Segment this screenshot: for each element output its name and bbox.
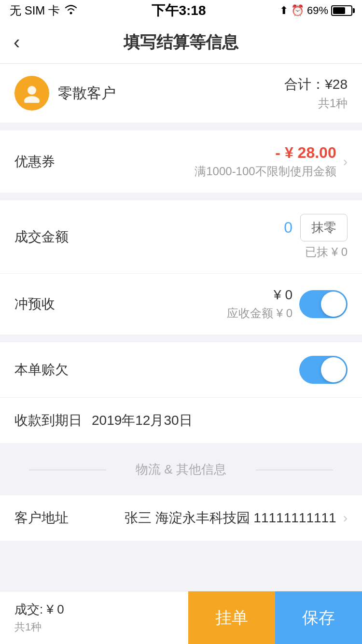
address-chevron-icon: › (343, 510, 348, 526)
save-button[interactable]: 保存 (275, 591, 362, 644)
customer-name: 零散客户 (58, 84, 116, 103)
wifi-icon (64, 4, 78, 17)
coupon-row[interactable]: 优惠券 - ¥ 28.00 满1000-100不限制使用金额 › (0, 130, 362, 193)
divider-1 (0, 123, 362, 130)
page-title: 填写结算等信息 (124, 31, 238, 54)
save-label: 保存 (302, 607, 335, 629)
section-separator-2 (0, 335, 362, 342)
prepay-amount: ¥ 0 应收金额 ¥ 0 (227, 287, 292, 321)
customer-right: 合计：¥28 共1种 (284, 75, 348, 111)
svg-point-1 (28, 86, 36, 95)
avatar (14, 76, 49, 111)
status-time: 下午3:18 (152, 1, 206, 20)
customer-section: 零散客户 合计：¥28 共1种 (0, 64, 362, 123)
battery-icon (331, 5, 352, 16)
location-icon: ⬆ (279, 4, 288, 17)
due-date-row: 收款到期日 2019年12月30日 (0, 398, 362, 444)
amount-row-top: 0 抹零 (284, 214, 348, 241)
status-left: 无 SIM 卡 (10, 3, 78, 18)
due-date-value: 2019年12月30日 (92, 411, 193, 430)
carrier-label: 无 SIM 卡 (10, 3, 60, 18)
transaction-right: 0 抹零 已抹 ¥ 0 (284, 214, 348, 260)
bottom-transaction: 成交: ¥ 0 (14, 601, 174, 618)
bottom-info: 成交: ¥ 0 共1种 (0, 601, 188, 634)
prepay-value: ¥ 0 (227, 287, 292, 303)
address-label: 客户地址 (14, 509, 69, 527)
total-amount: 合计：¥28 (284, 75, 348, 94)
coupon-section: 优惠券 - ¥ 28.00 满1000-100不限制使用金额 › (0, 130, 362, 193)
status-bar: 无 SIM 卡 下午3:18 ⬆ ⏰ 69% (0, 0, 362, 21)
section-separator-4 (0, 488, 362, 495)
debit-toggle[interactable] (299, 356, 348, 384)
bottom-bar: 成交: ¥ 0 共1种 挂单 保存 (0, 591, 362, 644)
back-button[interactable]: ‹ (14, 31, 20, 53)
prepay-sub: 应收金额 ¥ 0 (227, 306, 292, 321)
debit-label: 本单赊欠 (14, 361, 69, 379)
toggle-knob (321, 292, 346, 317)
address-section: 客户地址 张三 海淀永丰科技园 11111111111 › (0, 495, 362, 541)
address-right: 张三 海淀永丰科技园 11111111111 › (125, 509, 348, 527)
logistics-header: 物流 & 其他信息 (0, 451, 362, 488)
prepay-right: ¥ 0 应收金额 ¥ 0 (227, 287, 348, 321)
transaction-value: 0 (284, 219, 292, 237)
svg-point-0 (70, 12, 72, 14)
prepay-row: 冲预收 ¥ 0 应收金额 ¥ 0 (0, 274, 362, 335)
prepay-toggle[interactable] (299, 290, 348, 318)
coupon-right: - ¥ 28.00 满1000-100不限制使用金额 › (195, 144, 348, 179)
transaction-section: 成交金额 0 抹零 已抹 ¥ 0 冲预收 ¥ 0 应收金额 ¥ 0 (0, 200, 362, 335)
address-row[interactable]: 客户地址 张三 海淀永丰科技园 11111111111 › (0, 495, 362, 541)
bottom-count: 共1种 (14, 620, 174, 634)
round-off-button[interactable]: 抹零 (300, 214, 348, 241)
transaction-label: 成交金额 (14, 228, 69, 246)
total-count: 共1种 (284, 96, 348, 111)
status-right: ⬆ ⏰ 69% (279, 4, 352, 17)
nav-bar: ‹ 填写结算等信息 (0, 21, 362, 64)
transaction-sub: 已抹 ¥ 0 (284, 244, 348, 260)
pending-button[interactable]: 挂单 (188, 591, 275, 644)
debit-right (299, 356, 348, 384)
prepay-label: 冲预收 (14, 295, 55, 313)
alarm-icon: ⏰ (291, 4, 304, 17)
logistics-label: 物流 & 其他信息 (136, 462, 226, 476)
bottom-transaction-value: ¥ 0 (46, 602, 64, 616)
address-value: 张三 海淀永丰科技园 11111111111 (125, 509, 336, 527)
section-separator-3 (0, 444, 362, 451)
debit-toggle-knob (321, 357, 346, 382)
battery-percent: 69% (307, 4, 328, 17)
amount-right: 0 抹零 已抹 ¥ 0 (284, 214, 348, 260)
section-separator-1 (0, 193, 362, 200)
debit-row: 本单赊欠 (0, 342, 362, 398)
main-content: 零散客户 合计：¥28 共1种 优惠券 - ¥ 28.00 满1000-100不… (0, 64, 362, 594)
customer-left: 零散客户 (14, 76, 116, 111)
chevron-right-icon: › (343, 154, 348, 169)
transaction-row: 成交金额 0 抹零 已抹 ¥ 0 (0, 200, 362, 274)
due-date-label: 收款到期日 (14, 411, 82, 430)
bottom-transaction-label: 成交: (14, 602, 43, 616)
coupon-hint: 满1000-100不限制使用金额 (195, 164, 336, 179)
coupon-label: 优惠券 (14, 153, 55, 171)
svg-point-2 (24, 96, 40, 103)
pending-label: 挂单 (215, 607, 248, 629)
coupon-value: - ¥ 28.00 (195, 144, 336, 162)
debit-section: 本单赊欠 收款到期日 2019年12月30日 (0, 342, 362, 444)
